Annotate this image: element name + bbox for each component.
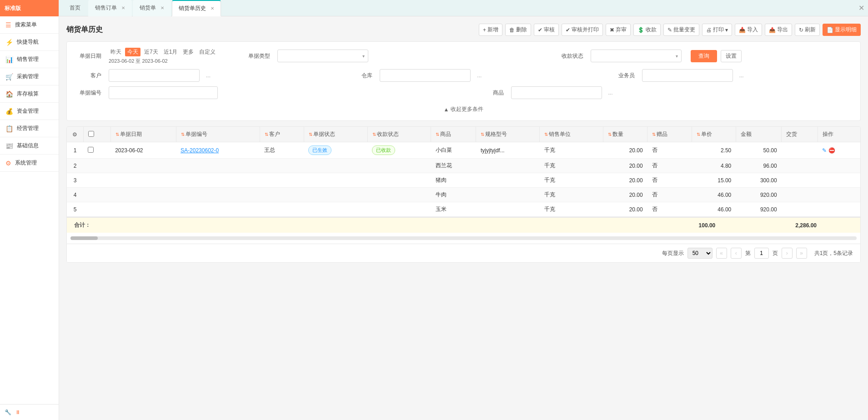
- sidebar-item-quick-nav[interactable]: ⚡ 快捷导航: [0, 34, 59, 51]
- shortcut-custom[interactable]: 自定义: [197, 47, 217, 57]
- cell-qty: 20.00: [603, 159, 647, 173]
- shortcut-today[interactable]: 今天: [125, 48, 140, 56]
- collect-status-label: 收款状态: [556, 52, 583, 60]
- cell-unit: 千克: [540, 202, 603, 217]
- batch-change-button[interactable]: ✎ 批量变更: [663, 24, 699, 36]
- collapse-up-icon: ▲: [444, 106, 449, 113]
- sidebar-item-inventory[interactable]: 🏠 库存核算: [0, 85, 59, 103]
- sidebar-item-basic-info[interactable]: 📰 基础信息: [0, 137, 59, 155]
- table-header-row: ⚙ ⇅单据日期 ⇅单据编号 ⇅客户 ⇅单据状态 ⇅收款状态 ⇅商品 ⇅规格型号 …: [67, 127, 860, 142]
- cell-amount: 300.00: [736, 173, 781, 188]
- settings-button[interactable]: 设置: [721, 50, 742, 62]
- sidebar-item-operations[interactable]: 📋 经营管理: [0, 120, 59, 137]
- shortcut-7days[interactable]: 近7天: [142, 47, 160, 57]
- collect-status-select[interactable]: [591, 50, 682, 62]
- sidebar-footer-icon2[interactable]: ⏸: [15, 409, 20, 415]
- goods-input[interactable]: [511, 86, 602, 99]
- filter-group-doc-type: 单据类型: [243, 50, 540, 62]
- show-detail-button[interactable]: 📄 显示明细: [823, 24, 861, 36]
- scroll-thumb[interactable]: [70, 236, 98, 240]
- delete-button[interactable]: 🗑 删除: [505, 24, 531, 36]
- query-button[interactable]: 查询: [691, 50, 717, 62]
- salesperson-input[interactable]: [642, 69, 733, 82]
- shortcut-yesterday[interactable]: 昨天: [109, 47, 123, 57]
- tab-close-sales-history[interactable]: ✕: [211, 6, 214, 11]
- tab-home[interactable]: 首页: [63, 0, 87, 16]
- doc-no-input[interactable]: [109, 86, 218, 99]
- sidebar-item-label: 搜索菜单: [15, 21, 37, 29]
- doc-type-select[interactable]: [277, 50, 368, 62]
- filter-group-collect-status: 收款状态 查询 设置: [556, 50, 853, 62]
- delete-action-btn[interactable]: ⛔: [828, 147, 835, 154]
- collapse-btn[interactable]: ▲ 收起更多条件: [442, 104, 486, 115]
- th-gear[interactable]: ⚙: [67, 127, 83, 142]
- audit-print-button[interactable]: ✔ 审核并打印: [562, 24, 603, 36]
- customer-dots[interactable]: ...: [203, 71, 213, 80]
- cell-amount: 920.00: [736, 188, 781, 202]
- cell-unit-price: 4.80: [692, 159, 736, 173]
- shortcut-1month[interactable]: 近1月: [162, 47, 180, 57]
- import-button[interactable]: 📥 导入: [735, 24, 762, 36]
- shortcut-more[interactable]: 更多: [181, 47, 196, 57]
- gear-settings-icon[interactable]: ⚙: [72, 131, 77, 138]
- customer-input[interactable]: [109, 69, 200, 82]
- collapse-label: 收起更多条件: [451, 105, 483, 113]
- page-input[interactable]: [754, 248, 769, 259]
- goods-dots[interactable]: ...: [606, 89, 616, 97]
- edit-action-btn[interactable]: ✎: [822, 147, 827, 154]
- per-page-select[interactable]: 50 100: [687, 248, 712, 259]
- cell-checkbox[interactable]: [83, 142, 110, 159]
- cell-doc-status: 已生效: [304, 142, 367, 159]
- tab-sales-delivery[interactable]: 销货单 ✕: [133, 0, 171, 16]
- cell-unit: 千克: [540, 173, 603, 188]
- cell-checkbox[interactable]: [83, 159, 110, 173]
- export-button[interactable]: 📤 导出: [765, 24, 792, 36]
- cell-checkbox[interactable]: [83, 202, 110, 217]
- salesperson-label: 业务员: [607, 72, 635, 80]
- purchase-mgmt-icon: 🛒: [5, 73, 13, 80]
- tab-sales-history[interactable]: 销货单历史 ✕: [172, 0, 221, 16]
- collect-button[interactable]: 💲 收款: [633, 24, 661, 36]
- warehouse-input[interactable]: [380, 69, 471, 82]
- horizontal-scrollbar[interactable]: [67, 233, 860, 244]
- sidebar-item-sales-mgmt[interactable]: 📊 销售管理: [0, 51, 59, 68]
- cell-customer: [260, 173, 304, 188]
- cell-checkbox[interactable]: [83, 188, 110, 202]
- cell-checkbox[interactable]: [83, 173, 110, 188]
- sidebar-item-purchase-mgmt[interactable]: 🛒 采购管理: [0, 68, 59, 85]
- prev-page-btn[interactable]: ‹: [731, 248, 742, 259]
- salesperson-dots[interactable]: ...: [737, 71, 747, 80]
- warehouse-dots[interactable]: ...: [474, 71, 484, 80]
- tab-sales-order[interactable]: 销售订单 ✕: [88, 0, 132, 16]
- sidebar-item-search-menu[interactable]: ☰ 搜索菜单: [0, 16, 59, 34]
- cell-spec: tyjyjtyjdf...: [476, 142, 540, 159]
- page-label: 第: [745, 250, 751, 257]
- audit-button[interactable]: ✔ 审核: [534, 24, 559, 36]
- sidebar-footer-icon1[interactable]: 🔧: [5, 409, 11, 415]
- total-info: 共1页，5条记录: [814, 250, 853, 257]
- row-checkbox[interactable]: [88, 147, 94, 153]
- refresh-button[interactable]: ↻ 刷新: [795, 24, 820, 36]
- sidebar-item-finance[interactable]: 💰 资金管理: [0, 103, 59, 120]
- table-footer: 合计： 100.00 2,286.00: [67, 217, 860, 233]
- window-close-btn[interactable]: ✕: [858, 4, 864, 12]
- new-button[interactable]: + 新增: [479, 24, 502, 36]
- abandon-button[interactable]: ✖ 弃审: [606, 24, 631, 36]
- brand-header: 标准版: [0, 0, 59, 16]
- cell-spec: [476, 173, 540, 188]
- scroll-track: [70, 236, 857, 240]
- tab-close-sales-order[interactable]: ✕: [121, 5, 125, 10]
- doc-no-link[interactable]: SA-20230602-0: [181, 147, 219, 154]
- print-button[interactable]: 🖨 打印 ▾: [702, 24, 732, 36]
- last-page-btn[interactable]: »: [796, 248, 807, 259]
- collect-label: 收款: [646, 26, 657, 34]
- cell-collect-status: [367, 188, 431, 202]
- cell-doc-no: SA-20230602-0: [176, 142, 260, 159]
- tab-home-label: 首页: [70, 4, 80, 12]
- select-all-checkbox[interactable]: [88, 131, 94, 137]
- cell-transaction: [782, 188, 818, 202]
- sidebar-item-system[interactable]: ⚙ 系统管理: [0, 155, 59, 172]
- next-page-btn[interactable]: ›: [782, 248, 793, 259]
- first-page-btn[interactable]: «: [716, 248, 727, 259]
- tab-close-sales-delivery[interactable]: ✕: [161, 5, 164, 10]
